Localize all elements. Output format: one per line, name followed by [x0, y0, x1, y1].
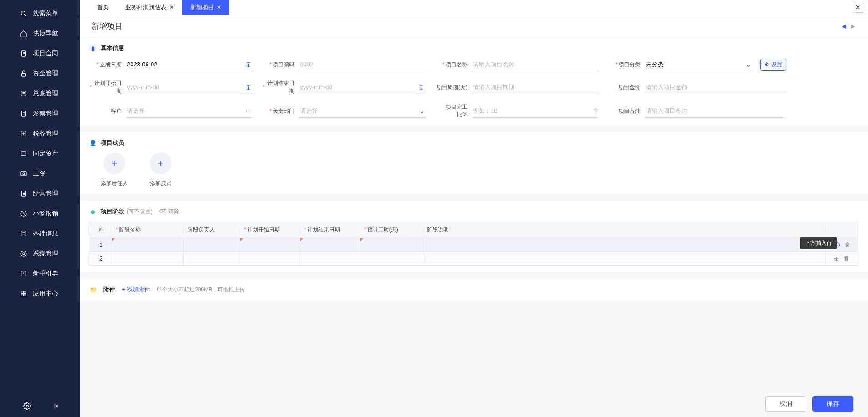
plan-end-input[interactable] — [298, 80, 426, 94]
ledger-icon — [20, 90, 27, 97]
sidebar-item-info[interactable]: 基础信息 — [5, 224, 80, 244]
close-panel-button[interactable]: ✕ — [853, 2, 863, 13]
dept-select[interactable] — [298, 104, 426, 118]
section-icon: ▮ — [90, 45, 96, 51]
save-button[interactable]: 保存 — [812, 396, 853, 412]
tab[interactable]: 业务利润预估表✕ — [117, 0, 182, 15]
sidebar-item-expense[interactable]: 小畅报销 — [5, 204, 80, 224]
close-tab-icon[interactable]: ✕ — [169, 4, 174, 10]
chevron-down-icon[interactable]: ⌄ — [419, 107, 425, 115]
svg-point-12 — [23, 253, 25, 255]
biz-icon — [20, 190, 27, 197]
sidebar-item-label: 总账管理 — [33, 90, 58, 98]
svg-point-8 — [23, 173, 25, 175]
tab[interactable]: 新增项目✕ — [182, 0, 229, 15]
close-tab-icon[interactable]: ✕ — [217, 4, 221, 10]
svg-rect-6 — [21, 152, 26, 156]
asset-icon — [20, 150, 27, 157]
sidebar-item-guide[interactable]: 新手引导 — [5, 264, 80, 284]
amount-input[interactable] — [644, 80, 786, 94]
table-row[interactable]: 2 ⊕ 🗑 — [90, 251, 858, 265]
calendar-icon[interactable]: 🗓 — [245, 84, 252, 91]
sidebar-item-biz[interactable]: 经营管理 — [5, 184, 80, 204]
sidebar-item-search[interactable]: 搜索菜单 — [5, 4, 80, 24]
label-period: 项目周期(天) — [437, 84, 467, 91]
sidebar-item-invoice[interactable]: 发票管理 — [5, 104, 80, 124]
clear-stages-button[interactable]: ⌫ 清除 — [159, 208, 179, 216]
col-gear[interactable]: ⚙ — [90, 226, 112, 233]
next-record-icon[interactable]: ▶ — [851, 23, 855, 30]
prev-record-icon[interactable]: ◀ — [842, 23, 846, 30]
table-row[interactable]: 1 下方插入行 + 🗑 — [90, 238, 858, 251]
system-icon — [20, 250, 27, 257]
add-owner-label: 添加责任人 — [101, 180, 128, 187]
members-section: 👤 项目成员 + 添加责任人 + 添加成员 — [80, 132, 868, 194]
project-code-input[interactable] — [298, 58, 426, 71]
label-pct: 项目完工比% — [436, 103, 467, 119]
expense-icon — [20, 210, 27, 217]
calendar-icon[interactable]: 🗓 — [418, 84, 425, 91]
stages-icon: ◆ — [90, 208, 96, 215]
collapse-icon[interactable] — [53, 402, 61, 410]
remark-input[interactable] — [644, 104, 786, 118]
sidebar-item-ledger[interactable]: 总账管理 — [5, 84, 80, 104]
help-icon[interactable]: ? — [759, 61, 762, 68]
period-input[interactable] — [471, 80, 599, 94]
project-name-input[interactable] — [471, 58, 599, 71]
svg-rect-7 — [21, 172, 26, 176]
stages-section: ◆ 项目阶段 (可不设置) ⌫ 清除 ⚙ *阶段名称 阶段负责人 *计划开始日期… — [80, 201, 868, 272]
label-code: 项目编码 — [273, 61, 294, 69]
customer-select[interactable] — [125, 104, 254, 118]
svg-rect-18 — [24, 294, 26, 296]
add-owner-button[interactable]: + — [103, 152, 125, 174]
sidebar-item-home[interactable]: 快捷导航 — [5, 24, 80, 44]
project-category-select[interactable] — [644, 58, 753, 71]
help-icon[interactable]: ? — [594, 107, 598, 115]
sidebar-item-system[interactable]: 系统管理 — [5, 244, 80, 264]
col-name: 阶段名称 — [119, 226, 141, 234]
label-category: 项目分类 — [619, 61, 640, 69]
tax-icon — [20, 130, 27, 137]
add-attachment-button[interactable]: + 添加附件 — [122, 286, 150, 294]
completion-pct-input[interactable] — [471, 104, 599, 118]
sidebar-item-label: 小畅报销 — [33, 210, 58, 218]
calendar-icon[interactable]: 🗓 — [245, 61, 252, 68]
attachments-section: 📁 附件 + 添加附件 单个大小不超过200MB，可拖拽上传 — [80, 279, 868, 300]
settings-icon[interactable] — [23, 402, 31, 410]
delete-row-icon[interactable]: 🗑 — [843, 255, 849, 262]
col-hours: 预计工时(天) — [367, 226, 398, 234]
label-name: 项目名称 — [446, 61, 467, 69]
sidebar-item-label: 税务管理 — [33, 130, 58, 138]
more-icon[interactable]: ⋯ — [245, 107, 252, 115]
label-date: 立项日期 — [100, 61, 122, 69]
members-icon: 👤 — [90, 140, 96, 146]
sidebar-item-salary[interactable]: 工资 — [5, 164, 80, 184]
sidebar-item-label: 基础信息 — [33, 230, 58, 238]
svg-point-19 — [26, 405, 29, 407]
sidebar-item-lock[interactable]: 资金管理 — [5, 64, 80, 84]
tab-label: 新增项目 — [190, 3, 214, 11]
delete-row-icon[interactable]: 🗑 — [844, 241, 850, 248]
sidebar-item-app[interactable]: 应用中心 — [5, 284, 80, 304]
sidebar-item-label: 系统管理 — [33, 250, 58, 258]
insert-row-icon[interactable]: ⊕ — [834, 255, 839, 262]
invoice-icon — [20, 110, 27, 117]
sidebar-item-label: 资金管理 — [33, 70, 58, 78]
sidebar-item-label: 快捷导航 — [33, 30, 58, 38]
sidebar-item-doc[interactable]: 项目合同 — [5, 44, 80, 64]
sidebar-item-asset[interactable]: 固定资产 — [5, 144, 80, 164]
sidebar-item-label: 新手引导 — [33, 270, 58, 278]
chevron-down-icon[interactable]: ⌄ — [746, 61, 751, 68]
cancel-button[interactable]: 取消 — [765, 396, 806, 412]
plan-start-input[interactable] — [125, 80, 254, 94]
project-date-input[interactable] — [125, 58, 254, 71]
add-member-button[interactable]: + — [150, 152, 172, 174]
sidebar-item-label: 搜索菜单 — [33, 10, 58, 18]
label-plan-end: 计划结束日期 — [266, 80, 294, 95]
svg-point-13 — [21, 251, 26, 256]
category-settings-button[interactable]: ⚙ 设置 — [760, 59, 786, 71]
stages-table: ⚙ *阶段名称 阶段负责人 *计划开始日期 *计划结束日期 *预计工时(天) 阶… — [90, 221, 858, 266]
tab[interactable]: 首页 — [89, 0, 117, 15]
label-amount: 项目金额 — [619, 84, 640, 91]
sidebar-item-tax[interactable]: 税务管理 — [5, 124, 80, 144]
